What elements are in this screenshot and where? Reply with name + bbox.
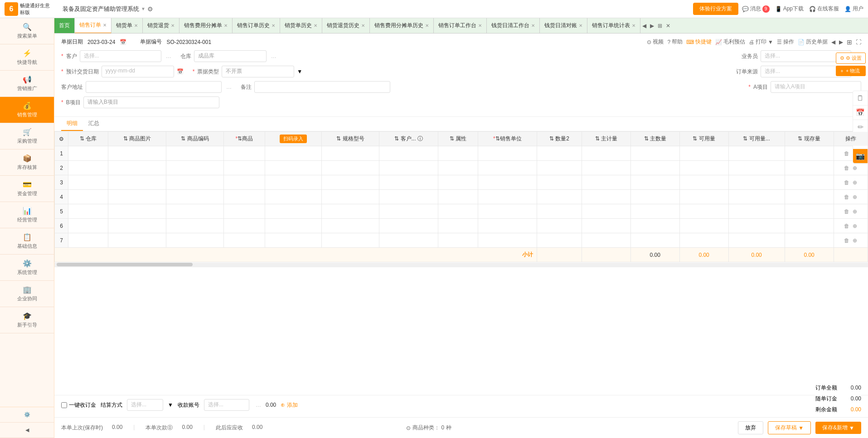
tab-sales-return[interactable]: 销货单 ✕ <box>112 18 143 34</box>
quick-deposit-checkbox[interactable] <box>61 402 67 408</box>
tab-close-order-workbench[interactable]: ✕ <box>478 23 482 28</box>
sidebar-item-quicknav[interactable]: ⚡ 快捷导航 <box>0 44 54 71</box>
tab-sales-order[interactable]: 销售订单 ✕ <box>75 18 112 34</box>
sidebar-item-system[interactable]: ⚙️ 系统管理 <box>0 255 54 281</box>
sidebar-item-newbie[interactable]: 🎓 新手引导 <box>0 307 54 333</box>
row5-delete-btn[interactable]: 🗑 <box>844 208 849 215</box>
invoice-type-input[interactable]: 不开票 <box>222 66 294 77</box>
row2-spec[interactable] <box>321 161 379 175</box>
sidebar-item-inventory[interactable]: 📦 库存核算 <box>0 149 54 176</box>
receipt-account-input[interactable]: 选择... <box>204 399 249 411</box>
tab-fee-split[interactable]: 销售费用分摊单 ✕ <box>179 18 233 34</box>
tab-prev-btn[interactable]: ◀ <box>640 23 648 29</box>
save-draft-btn[interactable]: 保存草稿 ▼ <box>768 421 811 434</box>
row2-main-unit[interactable] <box>582 161 630 175</box>
payment-method-select[interactable]: 选择... <box>127 399 163 411</box>
right-icon-scan[interactable]: 📷 <box>853 149 868 164</box>
row2-copy-btn[interactable]: ⊕ <box>853 165 857 171</box>
sidebar-item-basicinfo[interactable]: 📋 基础信息 <box>0 228 54 255</box>
row2-unit[interactable] <box>478 161 537 175</box>
next-record-btn[interactable]: ▶ <box>839 39 843 45</box>
sidebar-item-purchase[interactable]: 🛒 采购管理 <box>0 123 54 149</box>
tab-more-btn[interactable]: ⊞ <box>656 23 664 29</box>
row1-stock[interactable] <box>785 146 834 161</box>
tab-close-cash-daily[interactable]: ✕ <box>531 23 535 28</box>
help-btn[interactable]: ? 帮助 <box>667 38 683 46</box>
sidebar-item-finance[interactable]: 💳 资金管理 <box>0 176 54 202</box>
row2-main-qty[interactable] <box>630 161 679 175</box>
row1-scan[interactable] <box>265 146 321 161</box>
row4-delete-btn[interactable]: 🗑 <box>844 194 849 200</box>
row1-img[interactable] <box>108 146 166 161</box>
row2-code[interactable] <box>166 161 223 175</box>
customer-more-btn[interactable]: … <box>166 53 171 59</box>
calendar2-icon[interactable]: 📅 <box>177 68 184 75</box>
tab-close-cash-reconcile[interactable]: ✕ <box>579 23 582 28</box>
col-settings-header[interactable]: ⚙ <box>55 132 68 146</box>
tab-close-return-history[interactable]: ✕ <box>314 23 317 28</box>
row2-attr[interactable] <box>438 161 478 175</box>
sidebar-item-marketing[interactable]: 📢 营销推广 <box>0 71 54 97</box>
invoice-type-chevron[interactable]: ▼ <box>297 68 302 75</box>
message-btn[interactable]: 💬 消息 9 <box>742 5 770 13</box>
video-btn[interactable]: ⊙ 视频 <box>647 38 664 46</box>
row2-avail2[interactable] <box>728 161 785 175</box>
row2-scan[interactable] <box>265 161 321 175</box>
solution-btn[interactable]: 体验行业方案 <box>693 3 738 15</box>
user-btn[interactable]: 👤 用户 <box>844 5 863 13</box>
online-service-btn[interactable]: 🎧 在线客服 <box>809 5 839 13</box>
tab-close-sales-order[interactable]: ✕ <box>103 23 107 28</box>
tab-close-all-btn[interactable]: ✕ <box>664 23 672 29</box>
row2-stock[interactable] <box>785 161 834 175</box>
row2-product[interactable] <box>224 161 265 175</box>
row2-qty2[interactable] <box>537 161 582 175</box>
row1-unit[interactable] <box>478 146 537 161</box>
tab-cash-reconcile[interactable]: 钱货日清对账 ✕ <box>540 18 587 34</box>
tab-refund-history[interactable]: 销货退货历史 ✕ <box>322 18 370 34</box>
addr-more-btn[interactable]: … <box>226 84 232 90</box>
scrollbar-thumb[interactable] <box>57 263 193 266</box>
tab-close-fee-split[interactable]: ✕ <box>224 23 228 28</box>
tab-sales-stats[interactable]: 销售订单统计表 ✕ <box>587 18 640 34</box>
row2-avail[interactable] <box>679 161 728 175</box>
horizontal-scrollbar[interactable] <box>54 263 868 267</box>
row1-product[interactable] <box>224 146 265 161</box>
tab-order-history[interactable]: 销售订单历史 ✕ <box>233 18 280 34</box>
row3-copy-btn[interactable]: ⊕ <box>853 179 857 186</box>
a-project-input[interactable]: 请输入A项目 <box>771 81 861 93</box>
prev-record-btn[interactable]: ◀ <box>831 39 835 45</box>
view-toggle-btn[interactable]: ⊞ <box>847 39 852 46</box>
row1-code[interactable] <box>166 146 223 161</box>
row7-delete-btn[interactable]: 🗑 <box>844 237 849 244</box>
b-project-input[interactable]: 请输入B项目 <box>83 96 219 108</box>
fullscreen-btn[interactable]: ⛶ <box>856 39 861 45</box>
row7-copy-btn[interactable]: ⊕ <box>853 237 857 244</box>
row2-delete-btn[interactable]: 🗑 <box>844 165 849 171</box>
row1-avail[interactable] <box>679 146 728 161</box>
sidebar-item-sales[interactable]: 💰 销售管理 <box>0 97 54 123</box>
row1-spec[interactable] <box>321 146 379 161</box>
sidebar-item-search[interactable]: 🔍 搜索菜单 <box>0 18 54 44</box>
tab-close-refund-goods[interactable]: ✕ <box>171 23 175 28</box>
row3-delete-btn[interactable]: 🗑 <box>844 179 849 186</box>
row1-qty2[interactable] <box>537 146 582 161</box>
row3-warehouse[interactable] <box>68 175 108 190</box>
tab-next-btn[interactable]: ▶ <box>648 23 656 29</box>
tab-close-sales-stats[interactable]: ✕ <box>632 23 635 28</box>
sidebar-collapse-btn[interactable]: ◀ <box>0 423 54 438</box>
warehouse-more-btn[interactable]: … <box>271 53 276 59</box>
right-icon-notes[interactable]: 🗒 <box>853 91 868 106</box>
row2-cust-code[interactable] <box>379 161 438 175</box>
discard-btn[interactable]: 放弃 <box>738 421 763 434</box>
note-input[interactable] <box>254 81 390 93</box>
actions-btn[interactable]: ☰ 操作 <box>777 38 794 46</box>
row6-copy-btn[interactable]: ⊕ <box>853 223 857 229</box>
tab-home[interactable]: 首页 <box>54 18 75 34</box>
tab-close-sales-return[interactable]: ✕ <box>134 23 138 28</box>
shortcut-btn[interactable]: ⌨ 快捷键 <box>686 38 712 46</box>
sidebar-settings-btn[interactable]: ⚙️ <box>0 407 54 423</box>
row1-delete-btn[interactable]: 🗑 <box>844 150 849 157</box>
payment-method-chevron[interactable]: ▼ <box>168 402 173 408</box>
sidebar-item-operation[interactable]: 📊 经营管理 <box>0 202 54 228</box>
customer-input[interactable]: 选择... <box>80 50 161 62</box>
